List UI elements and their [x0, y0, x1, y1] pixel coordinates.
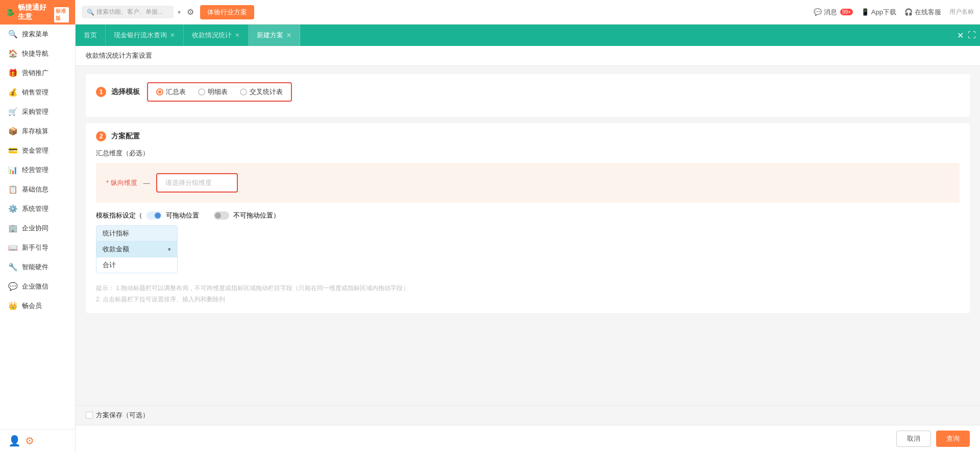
- tab-receipt-stat-close-icon[interactable]: ✕: [235, 32, 240, 39]
- user-icon[interactable]: 👤: [8, 435, 21, 447]
- sidebar-item-quick-nav[interactable]: 🏠 快捷导航: [0, 44, 75, 63]
- step2-title: 方案配置: [111, 132, 140, 141]
- page-header: 收款情况统计方案设置: [76, 46, 980, 66]
- download-icon: 📱: [861, 8, 869, 16]
- sidebar-item-weixin[interactable]: 💬 企业微信: [0, 277, 75, 296]
- close-window-icon[interactable]: ✕: [957, 31, 964, 40]
- sidebar-item-label: 营销推广: [22, 68, 48, 78]
- user-name: 用户名称: [949, 8, 974, 16]
- system-icon: ⚙️: [8, 204, 18, 213]
- metrics-table: 统计指标 收款金额 ▾ 合计: [96, 225, 178, 273]
- download-label: App下载: [871, 8, 896, 17]
- sidebar-item-purchase[interactable]: 🛒 采购管理: [0, 102, 75, 122]
- tab-new-plan[interactable]: 新建方案 ✕: [249, 25, 300, 46]
- quick-nav-icon: 🏠: [8, 49, 18, 58]
- movable-toggle: [146, 211, 162, 220]
- sidebar-logo: 🐉 畅捷通好生意 标准版: [0, 0, 75, 25]
- smart-hw-icon: 🔧: [8, 263, 18, 272]
- maximize-icon[interactable]: ⛶: [968, 31, 976, 40]
- app-download-button[interactable]: 📱 App下载: [861, 8, 896, 17]
- step1-title: 选择模板: [111, 87, 140, 97]
- dropdown-arrow-icon[interactable]: ▾: [178, 9, 181, 16]
- tab-home[interactable]: 首页: [76, 25, 106, 46]
- gear-icon[interactable]: ⚙: [187, 7, 194, 17]
- sidebar-item-operation[interactable]: 📊 经营管理: [0, 160, 75, 180]
- topbar-search-box[interactable]: 🔍 搜索功能、客户、单据...: [82, 6, 174, 18]
- sidebar-item-basic-info[interactable]: 📋 基础信息: [0, 180, 75, 199]
- radio-cross-dot: [240, 88, 247, 96]
- hint-section: 提示： 1.拖动标题栏可以调整布局，不可跨维度或指标区域拖动栏目字段（只能在同一…: [96, 283, 960, 305]
- tab-new-plan-close-icon[interactable]: ✕: [286, 32, 291, 39]
- tab-bank-flow-label: 现金银行流水查询: [114, 31, 167, 40]
- sidebar-item-search-menu[interactable]: 🔍 搜索菜单: [0, 25, 75, 44]
- hint-2: 2. 点击标题栏下拉可设置排序、插入列和删除列: [96, 294, 960, 305]
- sidebar-item-label: 销售管理: [22, 88, 48, 97]
- bottom-bar: 取消 查询: [76, 425, 980, 452]
- sidebar-item-enterprise[interactable]: 🏢 企业协同: [0, 219, 75, 238]
- message-button[interactable]: 💬 消息 99+: [814, 8, 853, 17]
- settings-icon[interactable]: ⚙: [25, 435, 34, 447]
- sidebar-item-label: 系统管理: [22, 204, 48, 213]
- tab-bank-flow[interactable]: 现金银行流水查询 ✕: [106, 25, 184, 46]
- inventory-icon: 📦: [8, 127, 18, 136]
- fund-icon: 💳: [8, 146, 18, 155]
- marketing-icon: 🎁: [8, 68, 18, 78]
- sidebar-item-guide[interactable]: 📖 新手引导: [0, 238, 75, 257]
- cancel-button[interactable]: 取消: [896, 431, 931, 447]
- step2-section: 2 方案配置 汇总维度（必选） * 纵向维度 — 请选择分组维度 模板指标设定（: [86, 123, 970, 313]
- metrics-cell-total: 合计: [96, 257, 177, 273]
- tab-bank-flow-close-icon[interactable]: ✕: [170, 32, 175, 39]
- radio-detail[interactable]: 明细表: [198, 87, 228, 97]
- consult-button[interactable]: 🎧 在线客服: [904, 8, 941, 17]
- metrics-col-header[interactable]: 收款金额 ▾: [96, 242, 177, 257]
- radio-cross[interactable]: 交叉统计表: [240, 87, 283, 97]
- tab-receipt-stat-label: 收款情况统计: [192, 31, 232, 40]
- metrics-label-prefix: 模板指标设定（: [96, 211, 142, 220]
- step2-badge: 2: [96, 131, 106, 141]
- sidebar-item-label: 智能硬件: [22, 263, 48, 272]
- save-plan-checkbox-label[interactable]: 方案保存（可选）: [86, 411, 149, 420]
- sidebar-item-label: 快捷导航: [22, 49, 48, 58]
- sidebar-item-system[interactable]: ⚙️ 系统管理: [0, 199, 75, 219]
- consult-label: 在线客服: [915, 8, 941, 17]
- sidebar-item-label: 经营管理: [22, 165, 48, 175]
- save-plan-checkbox[interactable]: [86, 412, 93, 419]
- logo-icon: 🐉: [6, 8, 15, 16]
- sidebar-item-label: 畅会员: [22, 301, 42, 311]
- radio-summary[interactable]: 汇总表: [156, 87, 186, 97]
- search-placeholder-text: 搜索功能、客户、单据...: [96, 8, 163, 16]
- sidebar-item-fund[interactable]: 💳 资金管理: [0, 141, 75, 160]
- trial-button[interactable]: 体验行业方案: [200, 5, 254, 19]
- non-movable-toggle: [214, 211, 229, 220]
- metrics-col-dropdown-icon[interactable]: ▾: [168, 246, 171, 253]
- movable-toggle-dot: [155, 212, 161, 219]
- basic-info-icon: 📋: [8, 185, 18, 194]
- tabbar-actions: ✕ ⛶: [957, 31, 980, 40]
- logo-badge: 标准版: [54, 7, 69, 22]
- sidebar-item-marketing[interactable]: 🎁 营销推广: [0, 63, 75, 83]
- search-icon: 🔍: [87, 9, 94, 16]
- sidebar-item-label: 库存核算: [22, 127, 48, 136]
- page-footer: 方案保存（可选）: [76, 405, 980, 425]
- query-button[interactable]: 查询: [936, 431, 970, 447]
- message-icon: 💬: [814, 8, 822, 16]
- sidebar-item-label: 企业微信: [22, 282, 48, 291]
- metrics-table-header: 统计指标: [96, 226, 177, 242]
- tab-receipt-stat[interactable]: 收款情况统计 ✕: [184, 25, 249, 46]
- non-movable-label: 不可拖动位置）: [233, 211, 280, 220]
- save-plan-label: 方案保存（可选）: [96, 411, 149, 420]
- sidebar-item-sales[interactable]: 💰 销售管理: [0, 83, 75, 102]
- page-body: 1 选择模板 汇总表 明细表: [76, 66, 980, 405]
- dimension-row: * 纵向维度 — 请选择分组维度: [106, 173, 949, 193]
- hint-1: 提示： 1.拖动标题栏可以调整布局，不可跨维度或指标区域拖动栏目字段（只能在同一…: [96, 283, 960, 294]
- operation-icon: 📊: [8, 165, 18, 175]
- dimension-row-label: * 纵向维度: [106, 178, 137, 187]
- sidebar-item-smart-hw[interactable]: 🔧 智能硬件: [0, 257, 75, 277]
- metrics-label-row: 模板指标设定（ 可拖动位置 不可拖动位置）: [96, 211, 960, 220]
- sales-icon: 💰: [8, 88, 18, 97]
- dimension-select[interactable]: 请选择分组维度: [156, 173, 238, 193]
- purchase-icon: 🛒: [8, 107, 18, 116]
- page-content: 收款情况统计方案设置 1 选择模板 汇总表: [76, 46, 980, 425]
- sidebar-item-member[interactable]: 👑 畅会员: [0, 296, 75, 316]
- sidebar-item-inventory[interactable]: 📦 库存核算: [0, 122, 75, 141]
